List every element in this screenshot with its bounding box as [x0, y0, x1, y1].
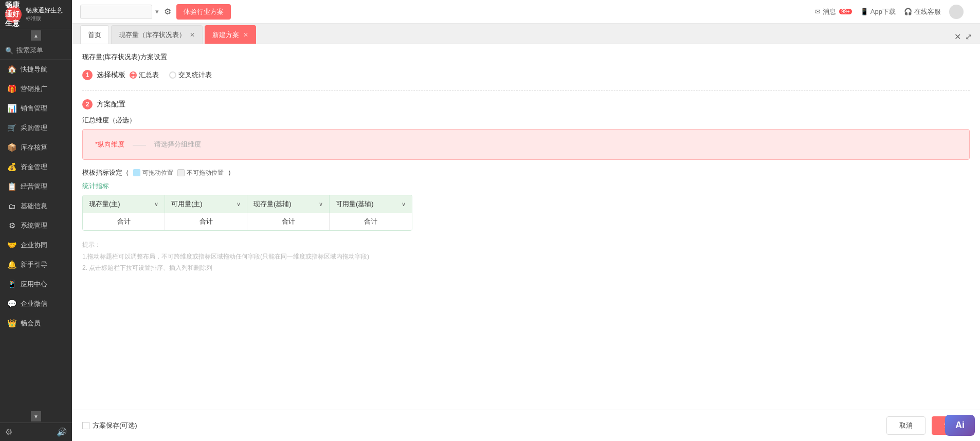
- header-cell-1[interactable]: 可用量(主) ∨: [165, 195, 247, 213]
- sidebar-item-label: 基础信息: [21, 201, 47, 211]
- online-service-label: 在线客服: [914, 7, 941, 16]
- sidebar-item-inventory[interactable]: 📦 库存核算: [0, 138, 72, 157]
- dropdown-icon[interactable]: ▾: [155, 8, 159, 15]
- tab-new-plan-label: 新建方案: [212, 30, 239, 40]
- metrics-config-close: ）: [228, 168, 234, 177]
- drag-badge: [133, 169, 140, 176]
- header-label-1: 可用量(主): [171, 199, 203, 209]
- header-cell-0[interactable]: 现存量(主) ∨: [83, 195, 165, 213]
- divider1: [82, 90, 970, 91]
- header-label-3: 可用量(基辅): [336, 199, 374, 209]
- purchase-icon: 🛒: [7, 123, 16, 133]
- topbar-search-input[interactable]: [80, 5, 152, 19]
- page-title: 现存量(库存状况表)方案设置: [82, 52, 970, 62]
- quick-nav-icon: 🏠: [7, 65, 16, 74]
- basic-info-icon: 🗂: [7, 201, 16, 211]
- sidebar-item-cooperation[interactable]: 🤝 企业协同: [0, 235, 72, 255]
- scroll-down-btn[interactable]: ▼: [31, 411, 41, 421]
- draggable-label: 可拖动位置: [142, 169, 173, 177]
- content-wrapper: 现存量(库存状况表)方案设置 1 选择模板 汇总表 交叉统计表: [72, 44, 980, 441]
- window-expand-btn[interactable]: ⤢: [965, 32, 972, 42]
- sidebar-item-label: 应用中心: [21, 280, 47, 289]
- sidebar-item-label: 新手引导: [21, 260, 47, 269]
- sidebar-item-basic-info[interactable]: 🗂 基础信息: [0, 196, 72, 216]
- app-center-icon: 📱: [7, 280, 16, 289]
- radio-summary[interactable]: 汇总表: [130, 70, 159, 80]
- radio-cross[interactable]: 交叉统计表: [169, 70, 212, 80]
- header-cell-3[interactable]: 可用量(基辅) ∨: [330, 195, 412, 213]
- sidebar-item-sales[interactable]: 📊 销售管理: [0, 99, 72, 118]
- tab-home[interactable]: 首页: [80, 25, 109, 44]
- download-icon: 📱: [860, 8, 868, 15]
- sidebar-nav: 🏠 快捷导航 🎁 营销推广 📊 销售管理 🛒 采购管理 📦 库存核算 💰 资金管…: [0, 60, 72, 410]
- step2-section: 2 方案配置 汇总维度（必选） *纵向维度 —— 请选择分组维度 模板指标设定（: [82, 99, 970, 273]
- tab-new-plan-close[interactable]: ✕: [243, 31, 248, 39]
- non-draggable-label: 不可拖动位置: [187, 169, 224, 177]
- chevron-0: ∨: [154, 201, 158, 208]
- metrics-header-row: 现存量(主) ∨ 可用量(主) ∨ 现存量(基辅) ∨ 可用量(基辅): [83, 195, 412, 213]
- search-icon: 🔍: [5, 47, 13, 54]
- save-checkbox[interactable]: [82, 422, 89, 429]
- tab-inventory-close[interactable]: ✕: [190, 31, 195, 39]
- radio-summary-label: 汇总表: [139, 70, 159, 80]
- cancel-button[interactable]: 取消: [886, 416, 925, 435]
- non-drag-indicator: 不可拖动位置: [177, 169, 224, 177]
- sidebar-item-management[interactable]: 📋 经营管理: [0, 177, 72, 196]
- tab-inventory-status[interactable]: 现存量（库存状况表） ✕: [111, 25, 203, 44]
- sidebar-item-label: 营销推广: [21, 84, 47, 94]
- sidebar-item-finance[interactable]: 💰 资金管理: [0, 157, 72, 177]
- step2-header: 2 方案配置: [82, 99, 970, 109]
- content-area: 现存量(库存状况表)方案设置 1 选择模板 汇总表 交叉统计表: [72, 44, 980, 410]
- vertical-label: *纵向维度: [95, 140, 124, 149]
- sidebar-bottom: ⚙ 🔊: [0, 422, 72, 441]
- sidebar-item-wechat[interactable]: 💬 企业微信: [0, 294, 72, 314]
- topbar-search-area: ▾: [80, 5, 159, 19]
- tab-new-plan[interactable]: 新建方案 ✕: [205, 25, 256, 44]
- messages-label: 消息: [823, 7, 836, 16]
- header-cell-2[interactable]: 现存量(基辅) ∨: [247, 195, 330, 213]
- radio-summary-dot: [130, 71, 137, 79]
- tip-2: 2. 点击标题栏下拉可设置排序、插入列和删除列: [82, 263, 970, 274]
- sidebar-item-guide[interactable]: 🔔 新手引导: [0, 255, 72, 274]
- tips-header: 提示：: [82, 241, 970, 249]
- speaker-icon[interactable]: 🔊: [57, 427, 67, 437]
- metrics-config-label: 模板指标设定（ 可拖动位置 不可拖动位置 ）: [82, 168, 970, 177]
- app-download-group[interactable]: 📱 App下载: [860, 7, 896, 16]
- settings-bottom-icon[interactable]: ⚙: [5, 427, 12, 437]
- footer-area: 方案保存(可选) 取消 查询: [72, 410, 980, 441]
- cooperation-icon: 🤝: [7, 241, 16, 250]
- data-cell-3: 合计: [330, 213, 412, 230]
- user-avatar[interactable]: [949, 5, 964, 19]
- tab-inventory-label: 现存量（库存状况表）: [119, 30, 186, 40]
- online-service-group[interactable]: 🎧 在线客服: [904, 7, 941, 16]
- metrics-config-text: 模板指标设定（: [82, 168, 129, 177]
- dimension-box[interactable]: *纵向维度 —— 请选择分组维度: [82, 129, 970, 160]
- sidebar-search[interactable]: 🔍 搜索菜单: [0, 42, 72, 60]
- data-cell-2: 合计: [247, 213, 330, 230]
- sidebar-item-label: 快捷导航: [21, 65, 47, 74]
- sidebar-item-member[interactable]: 👑 畅会员: [0, 314, 72, 333]
- headset-icon: 🎧: [904, 8, 912, 15]
- scroll-up-btn[interactable]: ▲: [31, 30, 41, 41]
- window-close-btn[interactable]: ✕: [954, 32, 961, 42]
- sidebar-logo: 畅康通好生意 畅康通好生意 标准版: [0, 0, 72, 29]
- chevron-1: ∨: [237, 201, 241, 208]
- data-cell-0: 合计: [83, 213, 165, 230]
- radio-cross-dot: [169, 71, 176, 79]
- step1-header: 1 选择模板 汇总表 交叉统计表: [82, 70, 970, 80]
- metrics-table: 现存量(主) ∨ 可用量(主) ∨ 现存量(基辅) ∨ 可用量(基辅): [82, 195, 412, 231]
- sidebar-item-purchase[interactable]: 🛒 采购管理: [0, 118, 72, 138]
- sidebar-item-marketing[interactable]: 🎁 营销推广: [0, 79, 72, 99]
- topbar-settings-icon[interactable]: ⚙: [164, 7, 171, 16]
- sidebar-item-label: 采购管理: [21, 123, 47, 133]
- trial-btn[interactable]: 体验行业方案: [176, 4, 231, 20]
- logo-icon: 畅康通好生意: [5, 6, 22, 23]
- step1-title: 选择模板: [97, 70, 125, 80]
- sidebar-item-app-center[interactable]: 📱 应用中心: [0, 274, 72, 294]
- sidebar-item-quick-nav[interactable]: 🏠 快捷导航: [0, 60, 72, 79]
- messages-group[interactable]: ✉ 消息 99+: [815, 7, 852, 16]
- ai-badge[interactable]: Ai: [945, 415, 975, 436]
- sidebar-item-system[interactable]: ⚙ 系统管理: [0, 216, 72, 235]
- tips-section: 提示： 1.拖动标题栏可以调整布局，不可跨维度或指标区域拖动任何字段(只能在同一…: [82, 241, 970, 273]
- stats-title: 统计指标: [82, 181, 970, 191]
